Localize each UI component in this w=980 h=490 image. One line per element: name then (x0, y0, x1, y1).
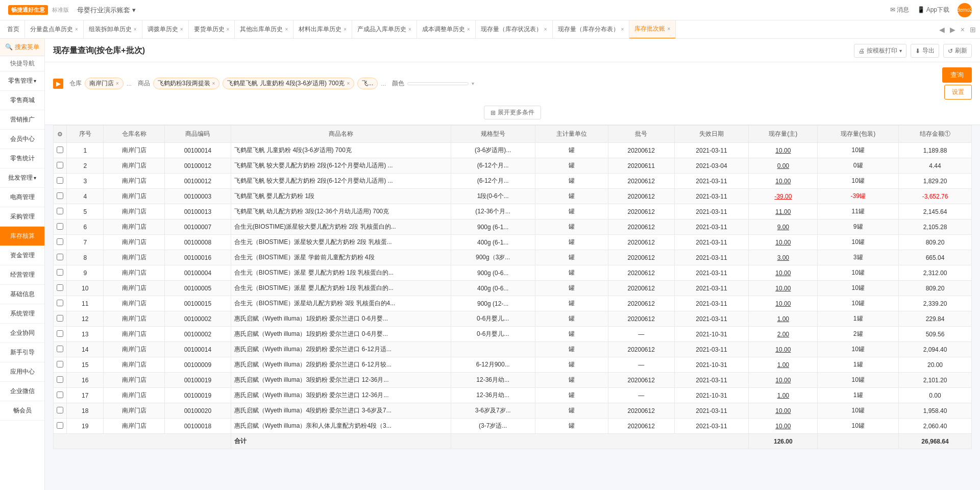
goods-more[interactable]: ... (381, 80, 386, 87)
goods-tag-2[interactable]: 飞鹤星飞帆 儿童奶粉 4段(3-6岁适用) 700克 × (223, 78, 354, 89)
sidebar-item-app-center[interactable]: 应用中心 (0, 362, 44, 382)
cell-stock-main[interactable]: 1.00 (749, 311, 818, 327)
tab-close-icon[interactable]: × (134, 27, 137, 32)
cell-stock-main[interactable]: 11.00 (749, 204, 818, 219)
goods-tag-close-2[interactable]: × (347, 81, 350, 86)
cell-settings[interactable] (54, 296, 67, 311)
sidebar-item-basic-info[interactable]: 基础信息 (0, 285, 44, 304)
cell-stock-main[interactable]: 10.00 (749, 281, 818, 296)
tab-1[interactable]: 分量盘点单历史 × (25, 20, 84, 39)
tab-close-all[interactable]: × (959, 26, 967, 34)
cell-stock-main[interactable]: 0.00 (749, 158, 818, 174)
tab-close-icon[interactable]: × (285, 27, 288, 32)
cell-stock-main[interactable]: 1.00 (749, 357, 818, 373)
cell-stock-main[interactable]: 10.00 (749, 143, 818, 158)
sidebar-item-retail-store[interactable]: 零售商城 (0, 91, 44, 110)
tab-7[interactable]: 产成品入库单历史 × (352, 20, 417, 39)
cell-settings[interactable] (54, 174, 67, 189)
warehouse-tag-close[interactable]: × (116, 81, 119, 86)
cell-stock-main[interactable]: -39.00 (749, 189, 818, 204)
export-btn[interactable]: ⬇ 导出 (911, 44, 939, 58)
cell-settings[interactable] (54, 357, 67, 373)
tab-11-active[interactable]: 库存批次账 × (629, 20, 676, 39)
tab-close-icon[interactable]: × (180, 27, 183, 32)
warehouse-tag[interactable]: 南岸门店 × (85, 78, 124, 89)
cell-stock-main[interactable]: 10.00 (749, 174, 818, 189)
refresh-btn[interactable]: ↺ 刷新 (943, 44, 972, 58)
tab-more[interactable]: ⊞ (968, 26, 978, 34)
cell-settings[interactable] (54, 373, 67, 388)
sidebar-item-guide[interactable]: 新手引导 (0, 343, 44, 362)
cell-settings[interactable] (54, 311, 67, 327)
sidebar-item-retail-stats[interactable]: 零售统计 (0, 149, 44, 168)
filter-expand-toggle[interactable]: ▶ (53, 79, 63, 89)
sidebar-item-purchase[interactable]: 采购管理 (0, 207, 44, 227)
sidebar-item-retail-mgmt[interactable]: 零售管理 ▾ (0, 71, 44, 91)
cell-settings[interactable] (54, 219, 67, 235)
cell-settings[interactable] (54, 158, 67, 174)
cell-stock-main[interactable]: 10.00 (749, 265, 818, 281)
sidebar-item-finance[interactable]: 资金管理 (0, 246, 44, 265)
message-btn[interactable]: ✉ 消息 (890, 6, 909, 14)
tab-4[interactable]: 要货单历史 × (189, 20, 235, 39)
goods-tag-close-1[interactable]: × (212, 81, 215, 86)
cell-settings[interactable] (54, 265, 67, 281)
cell-settings[interactable] (54, 342, 67, 357)
goods-tag-3[interactable]: 飞... (357, 78, 378, 89)
tab-close-icon[interactable]: × (621, 27, 624, 32)
cell-stock-main[interactable]: 10.00 (749, 296, 818, 311)
cell-settings[interactable] (54, 327, 67, 342)
tab-close-icon[interactable]: × (667, 26, 670, 32)
cell-stock-main[interactable]: 10.00 (749, 403, 818, 419)
cell-settings[interactable] (54, 403, 67, 419)
sidebar-item-marketing[interactable]: 营销推广 (0, 110, 44, 130)
color-input[interactable] (407, 82, 469, 85)
sidebar-nav[interactable]: 快捷导航 (0, 56, 44, 71)
tab-3[interactable]: 调拨单历史 × (142, 20, 189, 39)
sidebar-item-ecommerce[interactable]: 电商管理 (0, 188, 44, 207)
col-settings-header[interactable]: ⚙ (54, 126, 67, 143)
tab-close-icon[interactable]: × (544, 27, 547, 32)
sidebar-item-operations[interactable]: 经营管理 (0, 265, 44, 285)
sidebar-item-inventory[interactable]: 库存核算 (0, 227, 44, 246)
cell-stock-main[interactable]: 10.00 (749, 419, 818, 434)
expand-more-btn[interactable]: ⊞ 展开更多条件 (484, 106, 541, 119)
tab-5[interactable]: 其他出库单历史 × (235, 20, 293, 39)
org-selector[interactable]: 母婴行业演示账套 ▾ (73, 6, 140, 15)
cell-settings[interactable] (54, 189, 67, 204)
cell-stock-main[interactable]: 3.00 (749, 250, 818, 265)
sidebar-item-member2[interactable]: 畅会员 (0, 401, 44, 421)
cell-settings[interactable] (54, 250, 67, 265)
search-button[interactable]: 查询 (942, 67, 972, 83)
sidebar-item-collab[interactable]: 企业协同 (0, 324, 44, 343)
tab-close-icon[interactable]: × (408, 27, 411, 32)
tab-8[interactable]: 成本调整单历史 × (417, 20, 476, 39)
sidebar-item-system[interactable]: 系统管理 (0, 304, 44, 324)
cell-stock-main[interactable]: 10.00 (749, 235, 818, 250)
cell-settings[interactable] (54, 143, 67, 158)
settings-button[interactable]: 设置 (944, 85, 972, 100)
tab-10[interactable]: 现存量（库存分布表） × (553, 20, 630, 39)
sidebar-item-weixin[interactable]: 企业微信 (0, 382, 44, 401)
tab-nav-left[interactable]: ◀ (937, 26, 947, 34)
tab-6[interactable]: 材料出库单历史 × (293, 20, 352, 39)
tab-close-icon[interactable]: × (227, 27, 230, 32)
sidebar-search[interactable]: 🔍 搜索英单 (0, 39, 44, 56)
cell-settings[interactable] (54, 388, 67, 403)
sidebar-item-wholesale[interactable]: 批发管理 ▾ (0, 168, 44, 188)
app-download-btn[interactable]: 📱 App下载 (917, 6, 949, 14)
tab-close-icon[interactable]: × (467, 27, 470, 32)
cell-stock-main[interactable]: 1.00 (749, 388, 818, 403)
tab-2[interactable]: 组装拆卸单历史 × (84, 20, 142, 39)
cell-settings[interactable] (54, 419, 67, 434)
sidebar-item-member[interactable]: 会员中心 (0, 130, 44, 149)
cell-stock-main[interactable]: 10.00 (749, 342, 818, 357)
template-print-btn[interactable]: 🖨 按模板打印 ▾ (854, 44, 906, 58)
warehouse-more[interactable]: ... (127, 80, 132, 87)
cell-settings[interactable] (54, 235, 67, 250)
cell-stock-main[interactable]: 2.00 (749, 327, 818, 342)
tab-9[interactable]: 现存量（库存状况表） × (476, 20, 553, 39)
cell-stock-main[interactable]: 10.00 (749, 373, 818, 388)
tab-home[interactable]: 首页 (2, 20, 25, 39)
user-avatar[interactable]: demo2 (958, 3, 972, 17)
